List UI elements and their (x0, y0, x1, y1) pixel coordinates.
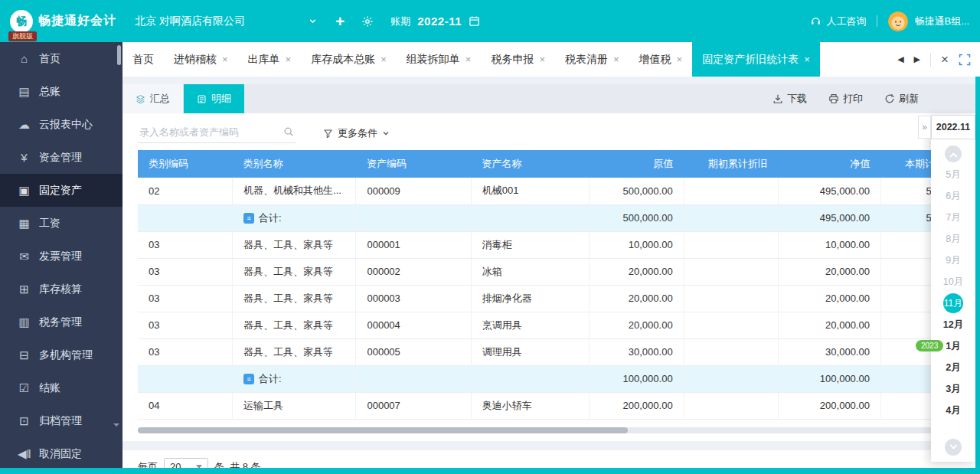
column-header-category-name[interactable]: 类别名称 (233, 150, 356, 178)
months-scroll-down-button[interactable] (945, 439, 962, 456)
sidebar-item-cloud-report[interactable]: ☁云报表中心 (0, 108, 122, 141)
month-item[interactable]: 10月 (931, 271, 975, 293)
print-button[interactable]: 打印 (828, 92, 863, 106)
column-header-net-value[interactable]: 净值 (779, 150, 881, 178)
add-button[interactable]: + (335, 13, 345, 29)
sidebar-item-home[interactable]: ⌂首页 (0, 42, 122, 75)
column-header-beginning-accumulated-depreciation[interactable]: 期初累计折旧 (684, 150, 779, 178)
edition-badge: 旗舰版 (8, 31, 37, 41)
month-item[interactable]: 5月 (931, 164, 975, 185)
subtab-summary[interactable]: 汇总 (122, 84, 184, 113)
sidebar-unpin-button[interactable]: ◀‖ 取消固定 (0, 437, 122, 468)
tab-close-icon[interactable]: × (381, 54, 387, 65)
chevron-up-icon (949, 152, 957, 160)
month-item[interactable]: 3月 (931, 378, 975, 400)
invoice-icon: ✉ (18, 250, 31, 263)
tab-close-icon[interactable]: × (613, 54, 619, 65)
workspace-tab[interactable]: 出库单× (238, 42, 302, 77)
month-item[interactable]: 8月 (931, 228, 975, 250)
workspace-tab[interactable]: 首页 (122, 42, 164, 77)
sidebar-item-funds[interactable]: ¥资金管理 (0, 141, 122, 174)
table-summary-row[interactable]: ≡合计:500,000.00495,000.005,000.00 (138, 204, 975, 231)
gear-icon[interactable] (361, 15, 374, 28)
sidebar-item-tax[interactable]: ▥税务管理 (0, 306, 122, 338)
summary-icon: ≡ (243, 374, 254, 384)
table-row[interactable]: 03器具、工具、家具等000001消毒柜10,000.0010,000.00 (138, 231, 975, 258)
download-button[interactable]: 下载 (773, 92, 807, 106)
table-row[interactable]: 02机器、机械和其他生...000009机械001500,000.00495,0… (138, 178, 975, 204)
username[interactable]: 畅捷通B组... (914, 15, 969, 28)
close-all-tabs-button[interactable]: × (941, 53, 949, 66)
search-icon[interactable] (283, 126, 294, 137)
more-conditions-button[interactable]: 更多条件 (323, 126, 390, 140)
sidebar-item-archive[interactable]: ⊡归档管理 (0, 404, 122, 437)
sidebar-item-label: 归档管理 (39, 414, 82, 428)
topbar-divider (877, 15, 877, 27)
column-header-category-code[interactable]: 类别编码 (138, 150, 233, 178)
tab-scroll-left-button[interactable]: ◀ (897, 54, 903, 64)
month-item[interactable]: 4月 (931, 400, 975, 421)
cell-original-value: 500,000.00 (590, 204, 684, 231)
current-period-box[interactable]: 2022.11 (931, 115, 975, 139)
month-item[interactable]: 6月 (931, 185, 975, 207)
month-item[interactable]: 2月 (931, 357, 975, 378)
sidebar-scroll-down-icon[interactable] (113, 423, 119, 430)
per-page-select[interactable]: 20 (164, 458, 208, 469)
sidebar-item-label: 固定资产 (39, 184, 82, 198)
subtab-detail[interactable]: 明细 (184, 84, 244, 113)
month-item[interactable]: 12月 (931, 314, 975, 335)
tab-close-icon[interactable]: × (539, 54, 545, 65)
tab-close-icon[interactable]: × (286, 54, 292, 65)
refresh-button[interactable]: 刷新 (884, 92, 919, 106)
sidebar-item-invoice[interactable]: ✉发票管理 (0, 240, 122, 273)
tab-scroll-right-button[interactable]: ▶ (914, 54, 920, 64)
period-value[interactable]: 2022-11 (417, 15, 462, 28)
tab-close-icon[interactable]: × (677, 54, 683, 65)
sidebar-item-payroll[interactable]: ▦工资 (0, 207, 122, 240)
collapse-panel-button[interactable]: » (918, 116, 931, 139)
cell-asset-name: 排烟净化器 (471, 285, 589, 312)
table-row[interactable]: 03器具、工具、家具等000002冰箱20,000.0020,000.00 (138, 258, 975, 285)
sidebar-item-general-ledger[interactable]: ▤总账 (0, 75, 122, 108)
workspace-tab[interactable]: 库存成本总账× (301, 42, 397, 77)
workspace-tab[interactable]: 增值税× (629, 42, 693, 77)
workspace-tab[interactable]: 进销稽核× (164, 42, 238, 77)
workspace-tab[interactable]: 固定资产折旧统计表× (692, 42, 820, 77)
table-row[interactable]: 04运输工具000007奥迪小轿车200,000.00200,000.00 (138, 392, 975, 419)
human-consult-button[interactable]: 人工咨询 (810, 15, 866, 28)
sidebar-item-fixed-assets[interactable]: ▣固定资产 (0, 174, 122, 207)
company-selector[interactable]: 北京 对啊酒店有限公司 (135, 15, 317, 28)
column-header-asset-code[interactable]: 资产编码 (356, 150, 471, 178)
user-avatar[interactable] (888, 11, 908, 31)
workspace-tab[interactable]: 税务申报× (481, 42, 555, 77)
expand-fullscreen-icon[interactable] (959, 54, 971, 66)
sidebar-unpin-label: 取消固定 (39, 447, 82, 461)
month-item[interactable]: 11月 (931, 293, 975, 314)
sidebar-scrollbar[interactable] (117, 45, 121, 65)
workspace-tab[interactable]: 税表清册× (555, 42, 629, 77)
download-label: 下载 (787, 92, 807, 106)
table-summary-row[interactable]: ≡合计:100,000.00100,000.00 (138, 365, 975, 392)
workspace-tab[interactable]: 组装拆卸单× (397, 42, 482, 77)
tab-close-icon[interactable]: × (804, 54, 810, 65)
tab-close-icon[interactable]: × (466, 54, 472, 65)
table-row[interactable]: 03器具、工具、家具等000004烹调用具20,000.0020,000.00 (138, 312, 975, 338)
column-header-asset-name[interactable]: 资产名称 (471, 150, 589, 178)
sidebar-item-closing[interactable]: ☑结账 (0, 371, 122, 404)
sidebar-item-label: 云报表中心 (39, 118, 93, 132)
calendar-icon[interactable] (469, 15, 480, 27)
cell-asset-code: 000004 (356, 312, 471, 338)
sidebar-item-inventory[interactable]: ⊞库存核算 (0, 273, 122, 306)
table-row[interactable]: 03器具、工具、家具等000003排烟净化器20,000.0020,000.00 (138, 285, 975, 312)
subtab-detail-label: 明细 (211, 92, 231, 106)
view-strip: 汇总 明细 下载 打印 (122, 84, 975, 113)
tab-close-icon[interactable]: × (222, 54, 228, 65)
horizontal-scrollbar-thumb[interactable] (138, 427, 628, 433)
month-item[interactable]: 9月 (931, 250, 975, 271)
months-scroll-up-button[interactable] (945, 145, 962, 162)
sidebar-item-multi-org[interactable]: ⊟多机构管理 (0, 338, 122, 371)
search-input[interactable] (138, 123, 296, 143)
month-item[interactable]: 7月 (931, 207, 975, 228)
column-header-original-value[interactable]: 原值 (590, 150, 684, 178)
table-row[interactable]: 03器具、工具、家具等000005调理用具30,000.0030,000.00 (138, 338, 975, 365)
